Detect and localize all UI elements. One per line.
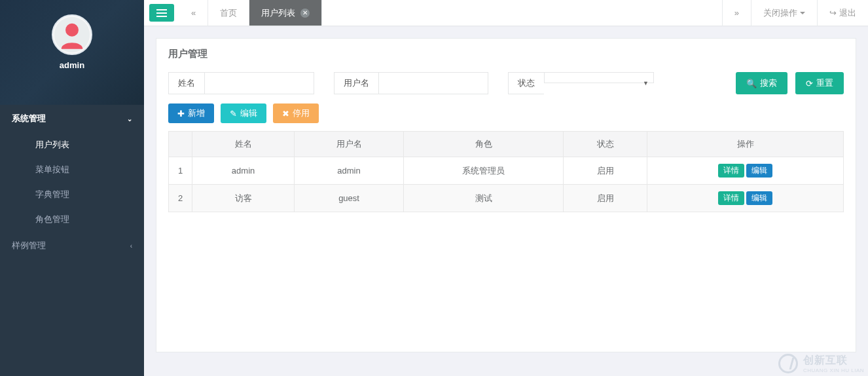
- col-status: 状态: [564, 132, 647, 157]
- panel-user-mgmt: 用户管理 姓名 用户名 状态 🔍 搜索: [156, 38, 856, 352]
- reset-button[interactable]: ⟳ 重置: [795, 72, 844, 94]
- avatar[interactable]: [52, 14, 92, 55]
- submenu-item-menubtn[interactable]: 菜单按钮: [0, 157, 144, 182]
- cell-name: 访客: [192, 185, 295, 212]
- filter-name-input[interactable]: [204, 72, 314, 94]
- content: 用户管理 姓名 用户名 状态 🔍 搜索: [144, 26, 868, 376]
- tab-userlist-label: 用户列表: [261, 7, 295, 19]
- close-operations-dropdown[interactable]: 关闭操作: [751, 0, 817, 26]
- filter-name-label: 姓名: [168, 72, 204, 94]
- chevron-down-icon: ⌄: [127, 115, 132, 122]
- table-row[interactable]: 1 admin admin 系统管理员 启用 详情 编辑: [169, 157, 844, 185]
- row-detail-button[interactable]: 详情: [718, 191, 744, 205]
- topbar-right: » 关闭操作 ↪ 退出: [722, 0, 868, 26]
- tab-home[interactable]: 首页: [208, 0, 249, 26]
- cell-role: 系统管理员: [403, 157, 563, 185]
- submenu-item-userlist[interactable]: 用户列表: [0, 132, 144, 157]
- user-table: 姓名 用户名 角色 状态 操作 1 admin admin 系统管理员: [168, 131, 844, 212]
- chevron-left-icon: ‹: [130, 242, 132, 250]
- cell-idx: 1: [169, 157, 192, 185]
- menu-label: 系统管理: [12, 113, 46, 124]
- col-idx: [169, 132, 192, 157]
- filter-username-input[interactable]: [378, 72, 488, 94]
- plus-icon: ✚: [177, 109, 185, 119]
- cell-ops: 详情 编辑: [647, 185, 844, 212]
- menu-system[interactable]: 系统管理 ⌄: [0, 105, 144, 132]
- filter-username-group: 用户名: [334, 72, 488, 94]
- cell-status: 启用: [564, 157, 647, 185]
- tab-home-label: 首页: [220, 7, 237, 19]
- col-ops: 操作: [647, 132, 844, 157]
- panel-title: 用户管理: [156, 39, 856, 69]
- nav-toggle-button[interactable]: [149, 4, 174, 22]
- sidebar-menu: 系统管理 ⌄ 用户列表 菜单按钮 字典管理 角色管理 样例管理 ‹: [0, 105, 144, 259]
- svg-point-1: [65, 24, 79, 37]
- table-wrap: 姓名 用户名 角色 状态 操作 1 admin admin 系统管理员: [156, 131, 856, 212]
- filter-status-label: 状态: [508, 72, 544, 94]
- row-edit-button[interactable]: 编辑: [746, 191, 772, 205]
- filter-row: 姓名 用户名 状态 🔍 搜索 ⟳: [156, 69, 856, 103]
- edit-label: 编辑: [240, 107, 257, 119]
- pencil-icon: ✎: [230, 109, 237, 119]
- cell-name: admin: [192, 157, 295, 185]
- cell-username: admin: [295, 157, 404, 185]
- disable-button[interactable]: ✖ 停用: [273, 103, 319, 123]
- reset-label: 重置: [816, 77, 833, 89]
- col-username: 用户名: [295, 132, 404, 157]
- table-row[interactable]: 2 访客 guest 测试 启用 详情 编辑: [169, 185, 844, 212]
- cell-ops: 详情 编辑: [647, 157, 844, 185]
- search-label: 搜索: [760, 77, 777, 89]
- disable-label: 停用: [293, 107, 310, 119]
- logout-button[interactable]: ↪ 退出: [817, 0, 868, 26]
- tab-userlist[interactable]: 用户列表 ✕: [249, 0, 322, 26]
- tab-next-button[interactable]: »: [722, 0, 751, 26]
- close-ops-label: 关闭操作: [763, 7, 797, 19]
- row-edit-button[interactable]: 编辑: [746, 164, 772, 178]
- col-role: 角色: [403, 132, 563, 157]
- action-row: ✚ 新增 ✎ 编辑 ✖ 停用: [156, 103, 856, 131]
- add-button[interactable]: ✚ 新增: [168, 103, 214, 123]
- add-label: 新增: [188, 107, 205, 119]
- refresh-icon: ⟳: [806, 79, 813, 88]
- col-name: 姓名: [192, 132, 295, 157]
- menu-label: 样例管理: [12, 240, 46, 252]
- menu-example[interactable]: 样例管理 ‹: [0, 232, 144, 259]
- main-area: « 首页 用户列表 ✕ » 关闭操作 ↪ 退出 用户管理 姓名: [144, 0, 868, 376]
- submenu-item-dict[interactable]: 字典管理: [0, 182, 144, 207]
- cell-username: guest: [295, 185, 404, 212]
- filter-status-group: 状态: [508, 72, 654, 94]
- caret-down-icon: [800, 12, 805, 17]
- cell-role: 测试: [403, 185, 563, 212]
- submenu-system: 用户列表 菜单按钮 字典管理 角色管理: [0, 132, 144, 232]
- filter-status-select[interactable]: [544, 72, 654, 83]
- logout-icon: ↪: [829, 8, 837, 18]
- edit-button[interactable]: ✎ 编辑: [221, 103, 266, 123]
- row-detail-button[interactable]: 详情: [718, 164, 744, 178]
- tab-close-icon[interactable]: ✕: [300, 9, 310, 18]
- sidebar-profile: admin: [0, 0, 144, 105]
- sidebar: admin 系统管理 ⌄ 用户列表 菜单按钮 字典管理 角色管理 样例管理 ‹: [0, 0, 144, 376]
- filter-username-label: 用户名: [334, 72, 378, 94]
- logout-label: 退出: [839, 7, 856, 19]
- search-button[interactable]: 🔍 搜索: [736, 72, 787, 94]
- tab-prev-button[interactable]: «: [179, 0, 208, 26]
- x-icon: ✖: [282, 109, 289, 119]
- submenu-item-role[interactable]: 角色管理: [0, 207, 144, 232]
- cell-idx: 2: [169, 185, 192, 212]
- search-icon: 🔍: [746, 79, 757, 88]
- cell-status: 启用: [564, 185, 647, 212]
- topbar: « 首页 用户列表 ✕ » 关闭操作 ↪ 退出: [144, 0, 868, 26]
- filter-name-group: 姓名: [168, 72, 314, 94]
- table-header-row: 姓名 用户名 角色 状态 操作: [169, 132, 844, 157]
- username-label: admin: [0, 60, 144, 70]
